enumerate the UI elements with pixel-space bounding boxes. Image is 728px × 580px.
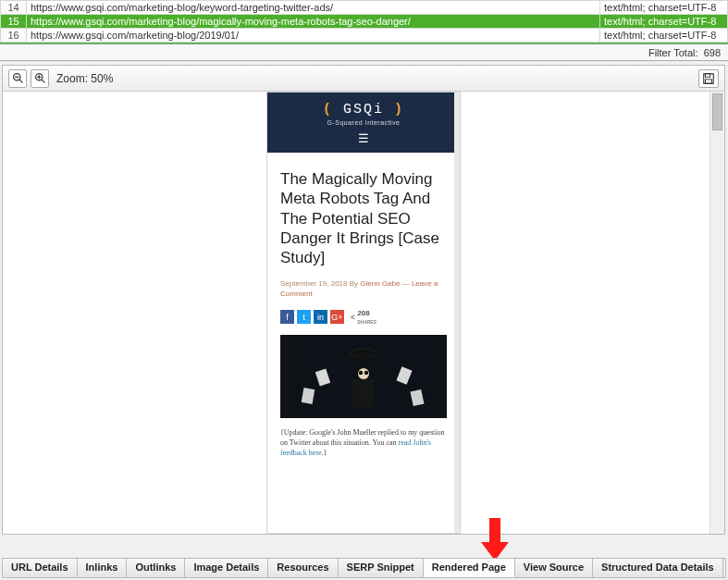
svg-point-15 — [364, 370, 368, 374]
row-number: 14 — [1, 1, 27, 15]
viewer-body: ( GSQi ) G-Squared Interactive ☰ The Mag… — [3, 92, 724, 534]
tab-view-source[interactable]: View Source — [515, 559, 593, 577]
rendered-page-preview: ( GSQi ) G-Squared Interactive ☰ The Mag… — [266, 92, 461, 534]
tab-image-details[interactable]: Image Details — [185, 559, 268, 577]
update-note: {Update: Google's John Mueller replied t… — [280, 427, 447, 459]
svg-line-4 — [42, 80, 44, 82]
tab-resources[interactable]: Resources — [268, 559, 338, 577]
meta-author[interactable]: Glenn Gabe — [360, 279, 400, 288]
url-cell[interactable]: https://www.gsqi.com/marketing-blog/keyw… — [27, 1, 600, 15]
tab-outlinks[interactable]: Outlinks — [127, 559, 185, 577]
scrollbar-thumb[interactable] — [712, 93, 722, 130]
content-type-cell: text/html; charset=UTF-8 — [600, 1, 728, 15]
url-cell[interactable]: https://www.gsqi.com/marketing-blog/2019… — [27, 29, 600, 43]
tab-serp-snippet[interactable]: SERP Snippet — [339, 559, 424, 577]
filter-total-bar: Filter Total: 698 — [0, 43, 728, 61]
tab-structured-data-details[interactable]: Structured Data Details — [593, 559, 723, 577]
url-table: 14https://www.gsqi.com/marketing-blog/ke… — [0, 0, 728, 43]
filter-label: Filter Total: — [648, 47, 698, 58]
meta-by: By — [350, 279, 358, 288]
render-viewer: Zoom: 50% ( GSQi ) G-Squared Interactive… — [2, 65, 725, 535]
tab-url-details[interactable]: URL Details — [3, 559, 78, 577]
svg-line-1 — [19, 80, 22, 82]
site-logo: ( GSQi ) — [267, 102, 460, 117]
table-row[interactable]: 15https://www.gsqi.com/marketing-blog/ma… — [1, 15, 728, 29]
article-headline: The Magically Moving Meta Robots Tag And… — [280, 169, 447, 267]
linkedin-icon[interactable]: in — [314, 310, 327, 324]
zoom-label: Zoom: 50% — [56, 72, 113, 85]
twitter-icon[interactable]: t — [297, 310, 311, 324]
svg-point-14 — [359, 370, 363, 374]
content-type-cell: text/html; charset=UTF-8 — [600, 29, 728, 43]
row-number: 16 — [1, 29, 27, 43]
hero-image — [280, 335, 447, 418]
viewer-scrollbar[interactable] — [709, 92, 724, 534]
url-cell[interactable]: https://www.gsqi.com/marketing-blog/magi… — [27, 15, 600, 29]
social-row: f t in G+ < 208 SHARES — [280, 309, 447, 326]
meta-dash: — — [402, 279, 410, 288]
article-meta: September 19, 2018 By Glenn Gabe — Leave… — [280, 278, 447, 299]
meta-date: September 19, 2018 — [280, 279, 348, 288]
svg-rect-16 — [352, 379, 375, 407]
zoom-out-button[interactable] — [8, 69, 27, 88]
annotation-arrow-down-icon — [481, 518, 509, 561]
svg-marker-22 — [481, 518, 509, 561]
site-header: ( GSQi ) G-Squared Interactive ☰ — [267, 93, 460, 153]
bottom-tabs: URL DetailsInlinksOutlinksImage DetailsR… — [2, 558, 726, 578]
viewer-toolbar: Zoom: 50% — [3, 66, 724, 92]
save-button[interactable] — [698, 69, 719, 88]
article-body: The Magically Moving Meta Robots Tag And… — [267, 153, 460, 465]
table-row[interactable]: 14https://www.gsqi.com/marketing-blog/ke… — [1, 1, 728, 15]
filter-count: 698 — [704, 47, 721, 58]
googleplus-icon[interactable]: G+ — [330, 310, 344, 324]
tab-rendered-page[interactable]: Rendered Page — [424, 559, 515, 577]
tab-inlinks[interactable]: Inlinks — [78, 559, 128, 577]
logo-subtitle: G-Squared Interactive — [267, 119, 460, 126]
table-row[interactable]: 16https://www.gsqi.com/marketing-blog/20… — [1, 29, 728, 43]
svg-rect-9 — [706, 79, 712, 82]
share-icon: < — [351, 313, 355, 322]
share-number: 208 — [357, 309, 369, 317]
update-suffix: .} — [322, 449, 327, 457]
svg-rect-12 — [358, 353, 369, 366]
share-label: SHARES — [357, 319, 376, 325]
share-count: < 208 SHARES — [351, 309, 376, 326]
hamburger-icon[interactable]: ☰ — [267, 131, 460, 145]
facebook-icon[interactable]: f — [280, 310, 294, 324]
zoom-in-button[interactable] — [31, 69, 49, 88]
row-number: 15 — [1, 15, 27, 29]
content-type-cell: text/html; charset=UTF-8 — [600, 15, 728, 29]
logo-text: GSQi — [343, 102, 384, 117]
preview-scrollbar[interactable] — [454, 93, 460, 533]
